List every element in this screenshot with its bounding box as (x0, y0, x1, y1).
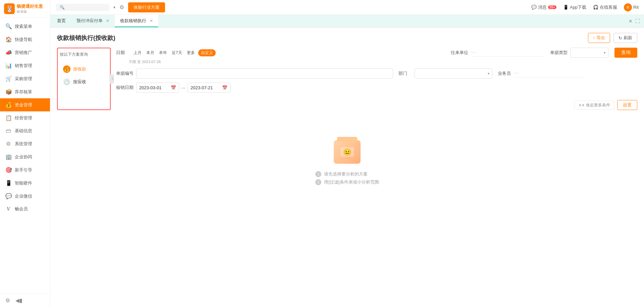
sidebar-item-ops[interactable]: 📋 经营管理 (0, 111, 50, 124)
filter-option-by-receivable[interactable]: 🕐 按应收 (60, 75, 108, 88)
staff-input[interactable]: ··· (514, 69, 585, 78)
export-button[interactable]: ↑ 导出 (588, 33, 610, 43)
filter-layout: 按以下方案查询 💰 按收款 🕐 按应收 《 (57, 48, 637, 110)
inventory-nav-icon: 📦 (5, 89, 11, 95)
member-nav-icon: V (5, 206, 11, 212)
voucher-no-input[interactable] (136, 68, 393, 79)
tab-prepay[interactable]: 预付冲应付单 ✕ (71, 15, 115, 27)
shortcut-7days[interactable]: 近7天 (170, 49, 183, 56)
hardware-nav-icon: 📱 (5, 180, 11, 186)
dept-select-wrapper (415, 68, 492, 79)
voucher-type-select[interactable] (570, 48, 608, 58)
sidebar-logo: 🐰 畅捷通好生意 标准版 (0, 0, 50, 18)
sidebar-settings-icon[interactable]: ⚙ (5, 297, 10, 304)
filter-field-voucher-no: 单据编号 (116, 68, 393, 79)
sidebar-item-system[interactable]: ⚙ 系统管理 (0, 137, 50, 150)
finance-nav-icon: 💰 (5, 102, 11, 108)
tabbar-expand-btn[interactable]: ⛶ (635, 18, 640, 24)
verify-date-label: 核销日期 (116, 85, 133, 91)
empty-hints: 1 请先选择要分析的方案 2 用[过滤]条件来缩小分析范围 (315, 171, 379, 185)
sidebar-item-marketing[interactable]: 📣 营销推广 (0, 46, 50, 59)
tabbar-actions: ✕ ⛶ (629, 15, 643, 27)
topbar-message-item[interactable]: 💬 消息 99+ (531, 4, 556, 10)
hint-num-1: 1 (315, 171, 321, 177)
topbar-online-service[interactable]: 🎧 在线客服 (593, 4, 617, 10)
receipt-scheme-icon: 💰 (63, 65, 70, 73)
date-shortcuts: 上月 本月 本年 近7天 更多 自定义 (132, 49, 216, 56)
page-actions: ↑ 导出 ↻ 刷新 (588, 33, 638, 43)
system-nav-icon: ⚙ (5, 141, 11, 147)
dept-select[interactable] (415, 68, 492, 79)
topbar-dropdown-chevron[interactable]: ▾ (113, 5, 115, 10)
purchase-nav-icon: 🛒 (5, 75, 11, 82)
tab-prepay-close[interactable]: ✕ (106, 18, 109, 23)
refresh-button[interactable]: ↻ 刷新 (613, 33, 637, 43)
main-area: 🔍 ▾ ⚙ 体验行业方案 💬 消息 99+ 📱 App下载 🎧 在线客服 R R… (50, 0, 644, 307)
tab-home[interactable]: 首页 (52, 15, 71, 27)
verify-date-end-input[interactable] (191, 85, 221, 90)
tab-home-label: 首页 (57, 18, 66, 24)
sidebar-collapse-icon[interactable]: ◀▮ (15, 297, 22, 304)
collapse-more-btn[interactable]: ∧∧ 收起更多条件 (574, 101, 614, 110)
filter-row-3: 核销日期 📅 — 📅 (116, 83, 637, 93)
sidebar-item-purchase[interactable]: 🛒 采购管理 (0, 72, 50, 85)
tab-receipt[interactable]: 收款核销执行 ✕ (115, 15, 158, 27)
topbar-search-box[interactable]: 🔍 (56, 4, 109, 11)
refresh-icon: ↻ (619, 36, 622, 41)
message-badge: 99+ (548, 5, 556, 9)
sidebar-item-member[interactable]: V 畅会员 (0, 203, 50, 215)
filter-panel-collapse-btn[interactable]: 《 (109, 74, 114, 84)
empty-box: 😐 (334, 140, 361, 164)
verify-date-start-wrap: 📅 (136, 83, 179, 93)
sidebar-item-corp[interactable]: 🏢 企业协同 (0, 150, 50, 163)
topbar-industry-button[interactable]: 体验行业方案 (128, 2, 165, 12)
counterpart-input[interactable]: ··· (471, 49, 545, 57)
filter-field-counterpart: 往来单位 ··· (451, 49, 545, 57)
voucher-type-select-wrapper (570, 48, 608, 58)
filter-scheme-title: 按以下方案查询 (60, 52, 108, 59)
verify-date-end-wrap: 📅 (187, 83, 230, 93)
date-label: 日期 (116, 50, 129, 56)
topbar-user-area[interactable]: R Rit (624, 3, 639, 11)
filter-scheme-panel: 按以下方案查询 💰 按收款 🕐 按应收 《 (57, 48, 111, 110)
filter-fields: 日期 上月 本月 本年 近7天 更多 自定义 (116, 48, 637, 110)
sidebar-item-guide[interactable]: 🎯 新手引导 (0, 163, 50, 176)
sidebar-item-hardware[interactable]: 📱 智能硬件 (0, 176, 50, 190)
counterpart-label: 往来单位 (451, 50, 468, 56)
verify-date-end-cal-icon[interactable]: 📅 (222, 85, 227, 90)
shortcut-custom[interactable]: 自定义 (198, 49, 216, 56)
sidebar-item-finance[interactable]: 💰 资金管理 (0, 98, 50, 111)
filter-field-date: 日期 上月 本月 本年 近7天 更多 自定义 (116, 49, 440, 56)
verify-date-start-cal-icon[interactable]: 📅 (171, 85, 176, 90)
topbar: 🔍 ▾ ⚙ 体验行业方案 💬 消息 99+ 📱 App下载 🎧 在线客服 R R… (50, 0, 644, 15)
settings-button[interactable]: 设置 (617, 100, 637, 110)
shortcut-curr-year[interactable]: 本年 (158, 49, 168, 56)
query-button[interactable]: 查询 (614, 48, 637, 58)
hint-num-2: 2 (315, 179, 321, 185)
shortcut-curr-month[interactable]: 本月 (145, 49, 156, 56)
topbar-app-download[interactable]: 📱 App下载 (563, 4, 586, 10)
tabbar: 首页 预付冲应付单 ✕ 收款核销执行 ✕ ✕ ⛶ (50, 15, 644, 28)
sidebar-item-inventory[interactable]: 📦 库存核算 (0, 85, 50, 98)
shortcut-more[interactable]: 更多 (185, 49, 196, 56)
shortcut-prev-month[interactable]: 上月 (132, 49, 143, 56)
export-icon: ↑ (593, 36, 595, 41)
collapse-more-chevron: ∧∧ (579, 103, 585, 107)
sidebar-item-basic[interactable]: 🗃 基础信息 (0, 124, 50, 137)
mobile-icon: 📱 (563, 5, 569, 10)
sidebar-item-wechat[interactable]: 💬 企业微信 (0, 190, 50, 203)
headset-icon: 🎧 (593, 5, 598, 10)
tab-receipt-close[interactable]: ✕ (150, 18, 153, 23)
topbar-gear-icon[interactable]: ⚙ (119, 4, 124, 10)
verify-date-range: 📅 — 📅 (136, 83, 230, 93)
filter-field-voucher-type: 单据类型 查询 (550, 48, 637, 58)
corp-nav-icon: 🏢 (5, 154, 11, 160)
sidebar-item-search[interactable]: 🔍 搜索菜单 (0, 20, 50, 33)
sidebar-item-quick-nav[interactable]: 🏠 快捷导航 (0, 33, 50, 46)
filter-option-by-receipt[interactable]: 💰 按收款 (60, 63, 108, 75)
content-area: 收款核销执行(按收款) ↑ 导出 ↻ 刷新 按以下方案查询 (50, 28, 644, 307)
tabbar-close-all-btn[interactable]: ✕ (629, 18, 633, 24)
sidebar-item-sales[interactable]: 📊 销售管理 (0, 59, 50, 72)
verify-date-start-input[interactable] (139, 85, 169, 90)
empty-hint-2: 2 用[过滤]条件来缩小分析范围 (315, 179, 379, 185)
